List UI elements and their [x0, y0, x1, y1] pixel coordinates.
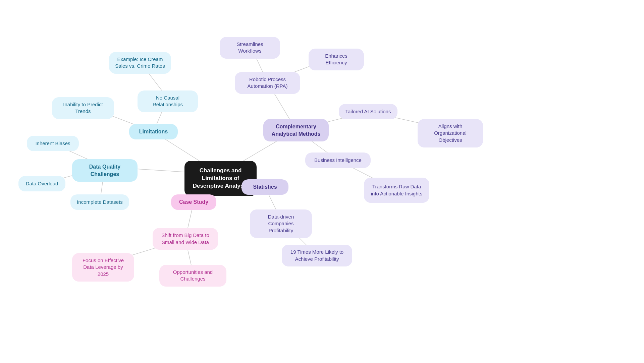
node-complementary: Complementary Analytical Methods — [263, 119, 329, 141]
node-data-driven: Data-driven Companies Profitability — [250, 209, 312, 238]
node-case-study: Case Study — [171, 194, 216, 210]
node-focus-data: Focus on Effective Data Leverage by 2025 — [72, 253, 134, 282]
mind-map: Challenges and Limitations of Descriptiv… — [0, 0, 644, 363]
node-aligns: Aligns with Organizational Objectives — [418, 119, 483, 147]
node-transforms: Transforms Raw Data into Actionable Insi… — [364, 178, 429, 203]
node-19-times: 19 Times More Likely to Achieve Profitab… — [282, 245, 352, 266]
node-opportunities: Opportunities and Challenges — [159, 265, 226, 287]
node-no-causal: No Causal Relationships — [138, 90, 198, 112]
node-rpa: Robotic Process Automation (RPA) — [235, 72, 300, 94]
node-business-intel: Business Intelligence — [305, 153, 371, 168]
node-data-overload: Data Overload — [18, 176, 65, 191]
node-statistics: Statistics — [241, 179, 288, 195]
node-data-quality: Data Quality Challenges — [72, 159, 138, 182]
node-ice-cream: Example: Ice Cream Sales vs. Crime Rates — [109, 52, 171, 74]
node-inherent-biases: Inherent Biases — [27, 136, 79, 151]
node-incomplete: Incomplete Datasets — [70, 194, 129, 210]
node-shift-big-data: Shift from Big Data to Small and Wide Da… — [153, 228, 218, 250]
node-enhances: Enhances Efficiency — [309, 49, 364, 70]
node-streamlines: Streamlines Workflows — [220, 37, 280, 59]
node-inability: Inability to Predict Trends — [52, 97, 114, 119]
node-tailored-ai: Tailored AI Solutions — [339, 104, 397, 119]
node-limitations: Limitations — [129, 124, 178, 139]
